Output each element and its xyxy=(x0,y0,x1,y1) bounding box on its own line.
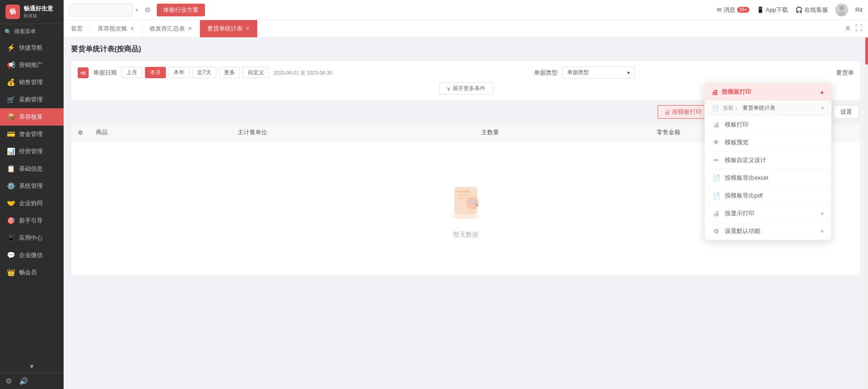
settings-icon[interactable]: ⚙ xyxy=(5,377,12,385)
dropdown-header[interactable]: 🖨 按模板打印 ▲ xyxy=(705,83,831,101)
topbar: ▾ ⚙ 体验行业方案 ✉ 消息 99+ 📱 App下载 🎧 在线客服 Rit xyxy=(64,0,868,20)
system-icon: ⚙️ xyxy=(6,182,15,190)
date-btn-cur-year[interactable]: 本年 xyxy=(169,67,190,78)
sidebar-nav: ⚡ 快捷导航 📢 营销推广 💰 销售管理 🛒 采购管理 📦 库存核算 💳 资金管… xyxy=(0,39,64,360)
sidebar-item-system[interactable]: ⚙️ 系统管理 xyxy=(0,177,64,195)
order-type-label: 要货单 xyxy=(836,69,854,77)
tabs-window-controls: ✕ ⛶ xyxy=(839,24,868,33)
dropdown-item-template-preview[interactable]: 👁 模板预览 xyxy=(705,134,831,152)
sidebar-item-inventory[interactable]: 📦 库存核算 xyxy=(0,108,64,126)
dropdown-item-set-default[interactable]: ⚙ 设置默认功能 ▾ xyxy=(705,222,831,240)
page-content: 要货单统计表(按商品) ≪ 单据日期 上月 本月 本年 近7天 更多 自定义 2… xyxy=(64,37,868,389)
dropdown-current: 📄 当前： 要货单统计表 ▾ xyxy=(705,101,831,116)
expand-more-icon: ∨ xyxy=(447,86,451,92)
search-icon: 🔍 xyxy=(5,29,11,35)
date-range-text: 2023-06-01 至 2023-06-30 xyxy=(274,70,333,76)
finance-icon: 💳 xyxy=(6,130,15,138)
sidebar-item-collab[interactable]: 🤝 企业协同 xyxy=(0,195,64,212)
dropdown-item-template-design[interactable]: ✏ 模板自定义设计 xyxy=(705,152,831,169)
sidebar-item-app-center[interactable]: 📱 应用中心 xyxy=(0,229,64,247)
tab-receivable-summary[interactable]: 收发存汇总表 ✕ xyxy=(142,20,200,37)
page-title: 要货单统计表(按商品) xyxy=(71,45,861,54)
sidebar-scroll-down[interactable]: ▼ xyxy=(0,360,64,373)
type-select-arrow-icon: ▾ xyxy=(627,70,630,76)
sidebar-bottom: ⚙ 🔊 xyxy=(0,373,64,389)
sidebar-item-basic[interactable]: 📋 基础信息 xyxy=(0,160,64,177)
member-icon: 👑 xyxy=(6,268,15,277)
dropdown-item-display-print[interactable]: 🖨 按显示打印 ▾ xyxy=(705,205,831,222)
table-col-unit: 主计量单位 xyxy=(231,124,475,141)
wechat-icon: 💬 xyxy=(6,251,15,259)
app-logo-icon: 畅 xyxy=(5,5,20,19)
avatar xyxy=(835,4,848,16)
sidebar-item-wechat[interactable]: 💬 企业微信 xyxy=(0,247,64,264)
tab-inventory-batch[interactable]: 库存批次账 ✕ xyxy=(90,20,142,37)
date-btn-cur-month[interactable]: 本月 xyxy=(145,67,166,78)
settings-btn[interactable]: 设置 xyxy=(833,105,859,119)
sidebar-item-guide[interactable]: 🎯 新手引导 xyxy=(0,212,64,229)
table-col-settings[interactable]: ⚙ xyxy=(71,124,90,141)
sidebar-item-finance[interactable]: 💳 资金管理 xyxy=(0,126,64,143)
template-design-icon: ✏ xyxy=(712,157,720,164)
dropdown-item-template-print[interactable]: 🖨 模板打印 xyxy=(705,116,831,134)
app-logo-text: 畅通好生意 标准版 xyxy=(24,5,53,19)
sidebar-item-purchase[interactable]: 🛒 采购管理 xyxy=(0,91,64,108)
online-service-icon: 🎧 xyxy=(795,6,803,13)
filter-expand-btn[interactable]: ≪ xyxy=(78,67,89,78)
demo-btn[interactable]: 体验行业方案 xyxy=(157,4,205,16)
date-btn-7days[interactable]: 近7天 xyxy=(192,67,216,78)
basic-icon: 📋 xyxy=(6,165,15,173)
main-content: ▾ ⚙ 体验行业方案 ✉ 消息 99+ 📱 App下载 🎧 在线客服 Rit xyxy=(64,0,868,389)
app-download-btn[interactable]: 📱 App下载 xyxy=(757,6,788,14)
topbar-right: ✉ 消息 99+ 📱 App下载 🎧 在线客服 Rit xyxy=(717,4,863,16)
purchase-icon: 🛒 xyxy=(6,96,15,104)
app-download-icon: 📱 xyxy=(757,6,764,13)
svg-rect-5 xyxy=(457,191,470,192)
close-order-stats-icon[interactable]: ✕ xyxy=(245,25,250,32)
svg-text:🔍: 🔍 xyxy=(471,199,479,207)
empty-text: 暂无数据 xyxy=(453,231,479,239)
dropdown-item-export-excel[interactable]: 📄 按模板导出excel xyxy=(705,169,831,187)
type-select[interactable]: 单据类型 ▾ xyxy=(562,66,635,79)
sidebar-search[interactable]: 🔍 搜索菜单 xyxy=(0,24,64,39)
svg-point-1 xyxy=(839,6,844,10)
date-btns: 上月 本月 本年 近7天 更多 自定义 xyxy=(121,67,269,78)
topbar-search-input[interactable] xyxy=(69,4,133,16)
svg-rect-6 xyxy=(457,194,468,196)
sidebar-item-operations[interactable]: 📊 经营管理 xyxy=(0,143,64,160)
sidebar-item-sales[interactable]: 💰 销售管理 xyxy=(0,74,64,91)
date-btn-custom[interactable]: 自定义 xyxy=(243,67,269,78)
tabs-bar: 首页 库存批次账 ✕ 收发存汇总表 ✕ 要货单统计表 ✕ ✕ ⛶ xyxy=(64,20,868,37)
sidebar-item-marketing[interactable]: 📢 营销推广 xyxy=(0,56,64,74)
guide-icon: 🎯 xyxy=(6,217,15,225)
svg-point-3 xyxy=(452,214,479,219)
sidebar: 畅 畅通好生意 标准版 🔍 搜索菜单 ⚡ 快捷导航 📢 营销推广 💰 销售管理 … xyxy=(0,0,64,389)
current-icon: 📄 xyxy=(712,105,719,111)
dropdown-item-export-pdf[interactable]: 📄 按模板导出pdf xyxy=(705,187,831,205)
sidebar-item-member[interactable]: 👑 畅会员 xyxy=(0,264,64,281)
online-service-btn[interactable]: 🎧 在线客服 xyxy=(795,6,828,14)
dropdown-panel: 🖨 按模板打印 ▲ 📄 当前： 要货单统计表 ▾ 🖨 模板打印 👁 模板预览 xyxy=(704,83,832,240)
message-btn[interactable]: ✉ 消息 99+ xyxy=(717,6,749,14)
tab-home[interactable]: 首页 xyxy=(64,20,90,37)
template-print-dropdown-icon: 🖨 xyxy=(712,121,720,128)
marketing-icon: 📢 xyxy=(6,61,15,69)
window-maximize-icon[interactable]: ⛶ xyxy=(855,24,863,33)
sales-icon: 💰 xyxy=(6,78,15,86)
expand-more-btn[interactable]: ∨ 展开更多条件 xyxy=(439,82,493,95)
window-close-icon[interactable]: ✕ xyxy=(845,24,851,33)
date-btn-prev-month[interactable]: 上月 xyxy=(121,67,142,78)
topbar-dropdown-icon[interactable]: ▾ xyxy=(135,7,138,13)
topbar-search-area: ▾ xyxy=(69,4,138,16)
close-receivable-summary-icon[interactable]: ✕ xyxy=(188,25,192,32)
display-print-arrow-icon: ▾ xyxy=(821,210,824,217)
close-inventory-batch-icon[interactable]: ✕ xyxy=(130,25,135,32)
date-btn-more[interactable]: 更多 xyxy=(219,67,240,78)
tab-order-stats[interactable]: 要货单统计表 ✕ xyxy=(200,20,258,37)
sidebar-item-quick-nav[interactable]: ⚡ 快捷导航 xyxy=(0,39,64,56)
filter-expand-icon: ≪ xyxy=(80,69,87,76)
sound-icon[interactable]: 🔊 xyxy=(19,377,28,385)
topbar-gear-icon[interactable]: ⚙ xyxy=(145,6,150,14)
filter-row: ≪ 单据日期 上月 本月 本年 近7天 更多 自定义 2023-06-01 至 … xyxy=(78,66,854,79)
page-scrollbar[interactable] xyxy=(865,37,868,389)
